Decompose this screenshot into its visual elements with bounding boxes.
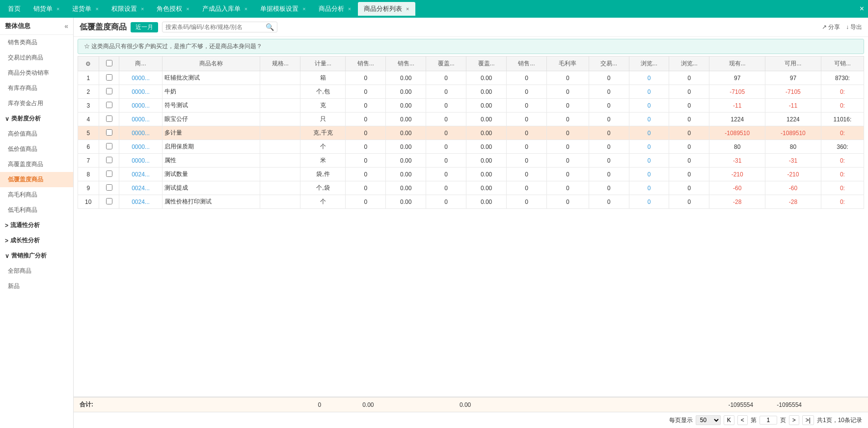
select-all-checkbox[interactable] [106,60,112,66]
row-checkbox[interactable] [99,168,119,181]
sidebar-group-营销推广分析[interactable]: ∨营销推广分析 [0,248,73,263]
first-page-button[interactable]: K [724,415,734,425]
search-icon[interactable]: 🔍 [266,23,274,31]
sidebar-item-低价值商品[interactable]: 低价值商品 [0,142,73,157]
row-select-checkbox[interactable] [106,143,112,149]
row-browse1[interactable]: 0 [629,85,669,99]
settings-col-header[interactable]: ⚙ [78,57,99,71]
row-browse1[interactable]: 0 [629,71,669,85]
tab-close-icon[interactable]: × [406,6,409,12]
col-gross-margin: 毛利率 [546,57,589,71]
row-checkbox[interactable] [99,140,119,154]
row-select-checkbox[interactable] [106,198,112,204]
table-container[interactable]: ⚙ 商... 商品名称 规格... 计量... 销售... 销售... 覆盖..… [74,56,868,397]
row-browse2: 0 [669,181,709,195]
close-all-button[interactable]: × [860,4,864,13]
row-select-checkbox[interactable] [106,157,112,163]
row-select-checkbox[interactable] [106,171,112,177]
prev-page-button[interactable]: < [737,415,748,425]
nav-tab-进货单[interactable]: 进货单× [66,2,104,16]
sidebar-item-交易过的商品[interactable]: 交易过的商品 [0,50,73,65]
row-select-checkbox[interactable] [106,184,112,191]
search-input[interactable] [165,24,264,30]
sidebar-collapse-button[interactable]: « [64,22,68,30]
nav-tab-商品分析列表[interactable]: 商品分析列表× [358,2,415,16]
row-select-checkbox[interactable] [106,129,112,136]
tab-close-icon[interactable]: × [302,6,305,12]
sidebar-group-类射度分析[interactable]: ∨类射度分析 [0,111,73,126]
row-sales-amt: 0.00 [386,71,426,85]
page-number-input[interactable] [760,416,777,425]
sidebar-item-商品分类动销率[interactable]: 商品分类动销率 [0,65,73,81]
tab-close-icon[interactable]: × [141,6,144,12]
row-cov1: 0 [426,85,466,99]
row-checkbox[interactable] [99,195,119,209]
row-browse1[interactable]: 0 [629,126,669,140]
row-browse1[interactable]: 0 [629,113,669,126]
sidebar-item-低毛利商品[interactable]: 低毛利商品 [0,202,73,218]
row-browse1[interactable]: 0 [629,154,669,168]
nav-tab-销货单[interactable]: 销货单× [27,2,65,16]
nav-tab-商品分析[interactable]: 商品分析× [313,2,357,16]
row-available: -31 [765,154,821,168]
sidebar-item-全部商品[interactable]: 全部商品 [0,263,73,279]
sidebar-item-高价值商品[interactable]: 高价值商品 [0,126,73,142]
row-checkbox[interactable] [99,126,119,140]
last-page-button[interactable]: >| [802,415,814,425]
tab-close-icon[interactable]: × [56,6,59,12]
row-select-checkbox[interactable] [106,115,112,122]
tab-close-icon[interactable]: × [348,6,351,12]
table-row: 3 0000... 符号测试 克 0 0.00 0 0.00 0 0 0 0 0… [78,99,864,113]
nav-tab-角色授权[interactable]: 角色授权× [151,2,195,16]
row-browse1[interactable]: 0 [629,181,669,195]
sidebar-item-高覆盖度商品[interactable]: 高覆盖度商品 [0,157,73,172]
row-sales3: 0 [507,71,547,85]
tab-close-icon[interactable]: × [186,6,189,12]
tab-close-icon[interactable]: × [95,6,98,12]
page-title: 低覆盖度商品 [80,22,127,32]
sidebar-item-销售类商品[interactable]: 销售类商品 [0,35,73,50]
row-select-checkbox[interactable] [106,102,112,108]
row-sellable: 11016: [821,113,864,126]
row-code: 0000... [119,85,162,99]
period-button[interactable]: 近一月 [131,22,158,32]
row-checkbox[interactable] [99,71,119,85]
row-cov2: 0.00 [466,195,507,209]
col-spec: 规格... [260,57,300,71]
sidebar-item-库存资金占用[interactable]: 库存资金占用 [0,96,73,111]
col-sellable: 可销... [821,57,864,71]
sidebar-group-流通性分析[interactable]: >流通性分析 [0,218,73,233]
row-browse1[interactable]: 0 [629,168,669,181]
row-checkbox[interactable] [99,99,119,113]
sidebar-item-新品[interactable]: 新品 [0,279,73,294]
row-browse1[interactable]: 0 [629,195,669,209]
row-select-checkbox[interactable] [106,88,112,94]
row-browse2: 0 [669,126,709,140]
nav-tab-单据模板设置[interactable]: 单据模板设置× [254,2,311,16]
nav-tab-权限设置[interactable]: 权限设置× [106,2,150,16]
nav-tab-首页[interactable]: 首页 [2,2,27,16]
nav-tab-产成品入库单[interactable]: 产成品入库单× [196,2,253,16]
row-checkbox[interactable] [99,181,119,195]
row-browse1[interactable]: 0 [629,140,669,154]
sidebar-group-成长性分析[interactable]: >成长性分析 [0,233,73,248]
row-checkbox[interactable] [99,154,119,168]
tab-close-icon[interactable]: × [244,6,247,12]
row-checkbox[interactable] [99,85,119,99]
sidebar-item-低覆盖度商品[interactable]: 低覆盖度商品 [0,172,73,187]
per-page-select[interactable]: 2050100200 [696,415,721,425]
row-num: 6 [78,140,99,154]
row-checkbox[interactable] [99,113,119,126]
sidebar-item-高毛利商品[interactable]: 高毛利商品 [0,187,73,202]
row-sellable: 360: [821,140,864,154]
sidebar-item-有库存商品[interactable]: 有库存商品 [0,81,73,96]
row-transaction: 0 [589,126,629,140]
next-page-button[interactable]: > [789,415,799,425]
row-cov1: 0 [426,181,466,195]
export-button[interactable]: ↓ 导出 [846,23,862,31]
row-select-checkbox[interactable] [106,74,112,81]
row-num: 8 [78,168,99,181]
row-browse1[interactable]: 0 [629,99,669,113]
row-num: 1 [78,71,99,85]
share-button[interactable]: ↗ 分享 [822,23,840,31]
